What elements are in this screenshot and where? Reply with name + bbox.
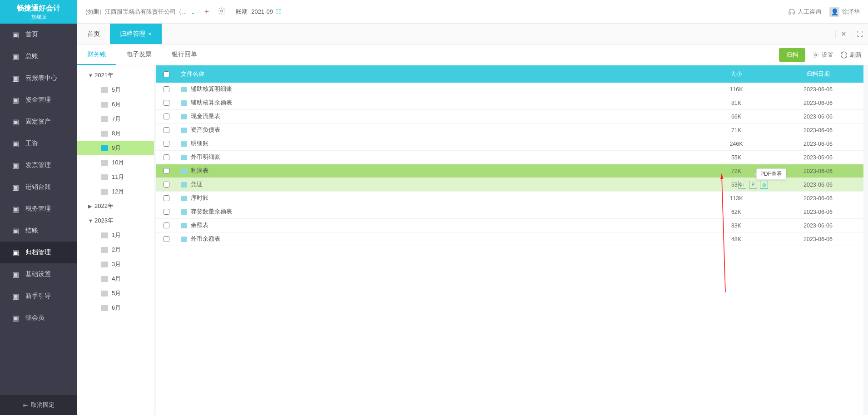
- folder-icon: [101, 276, 108, 282]
- table-row[interactable]: 辅助核算余额表 81K 2023-06-06: [156, 96, 863, 110]
- guide-icon: ▣: [11, 291, 20, 301]
- table-row[interactable]: 存货数量余额表 62K 2023-06-06: [156, 205, 863, 219]
- tree-month[interactable]: 9月: [77, 141, 154, 155]
- table-row[interactable]: 现金流量表 66K 2023-06-06: [156, 110, 863, 124]
- file-icon: [181, 141, 187, 147]
- tab-首页[interactable]: 首页: [77, 24, 110, 44]
- download-excel-icon[interactable]: x↓: [738, 181, 746, 189]
- file-icon: [181, 87, 187, 92]
- add-company-button[interactable]: ＋: [203, 7, 210, 16]
- support-link[interactable]: 人工咨询: [788, 8, 821, 16]
- user-menu[interactable]: 👤 徐泽华: [829, 7, 860, 17]
- tree-month[interactable]: 6月: [77, 301, 154, 315]
- row-checkbox[interactable]: [164, 182, 169, 188]
- nav-archive[interactable]: ▣归档管理: [0, 242, 77, 263]
- nav-wallet[interactable]: ▣资金管理: [0, 89, 77, 111]
- file-icon: [181, 128, 187, 133]
- period-value[interactable]: 2021-09: [251, 8, 273, 15]
- tree-year[interactable]: ▶2022年: [77, 199, 154, 213]
- tree-month[interactable]: 7月: [77, 112, 154, 126]
- tree-month[interactable]: 5月: [77, 83, 154, 97]
- tree-month[interactable]: 4月: [77, 272, 154, 286]
- tax-icon: ▣: [11, 204, 20, 213]
- subtab-电子发票[interactable]: 电子发票: [116, 44, 162, 65]
- table-row[interactable]: 凭证 x↓ P ◎ 53K 2023-06-06: [156, 178, 863, 192]
- refresh-link[interactable]: 刷新: [840, 51, 862, 59]
- tree-month[interactable]: 10月: [77, 155, 154, 170]
- col-date: 归档日期: [773, 70, 863, 78]
- file-name: 辅助核算余额表: [191, 99, 232, 107]
- period-label: 账期: [236, 8, 248, 16]
- nav-ledger[interactable]: ▣总账: [0, 45, 77, 67]
- svg-point-0: [221, 10, 223, 12]
- nav-guide[interactable]: ▣新手引导: [0, 285, 77, 307]
- select-all-checkbox[interactable]: [164, 71, 169, 77]
- tree-month[interactable]: 3月: [77, 257, 154, 272]
- tree-month[interactable]: 6月: [77, 97, 154, 112]
- company-settings-button[interactable]: [218, 7, 226, 17]
- table-row[interactable]: 外币余额表 48K 2023-06-06: [156, 232, 863, 246]
- tree-month[interactable]: 12月: [77, 184, 154, 199]
- row-checkbox[interactable]: [164, 209, 169, 215]
- nav-tax[interactable]: ▣税务管理: [0, 198, 77, 220]
- subtab-财务账[interactable]: 财务账: [77, 44, 116, 65]
- table-header: 文件名称 大小 归档日期: [156, 65, 863, 83]
- fullscreen-button[interactable]: ⛶: [852, 30, 868, 38]
- row-checkbox[interactable]: [164, 222, 169, 228]
- nav-chart[interactable]: ▣云报表中心: [0, 67, 77, 89]
- table-row[interactable]: 明细账 246K 2023-06-06: [156, 137, 863, 151]
- row-checkbox[interactable]: [164, 168, 169, 174]
- table-row[interactable]: 余额表 83K 2023-06-06: [156, 219, 863, 232]
- nav-invoice[interactable]: ▣发票管理: [0, 154, 77, 176]
- nav-settings[interactable]: ▣基础设置: [0, 263, 77, 285]
- tree-month[interactable]: 11月: [77, 170, 154, 184]
- row-checkbox[interactable]: [164, 114, 169, 119]
- nav-salary[interactable]: ▣工资: [0, 133, 77, 154]
- tree-year[interactable]: ▼2021年: [77, 68, 154, 83]
- file-size: 81K: [700, 100, 773, 106]
- tab-归档管理[interactable]: 归档管理×: [110, 24, 162, 44]
- table-row[interactable]: 辅助核算明细账 116K 2023-06-06: [156, 83, 863, 96]
- tree-month[interactable]: 2月: [77, 242, 154, 257]
- table-row[interactable]: 序时账 113K 2023-06-06: [156, 192, 863, 205]
- row-checkbox[interactable]: [164, 86, 169, 92]
- folder-icon: [101, 189, 108, 195]
- close-tab-button[interactable]: ✕: [835, 30, 852, 38]
- settings-link[interactable]: 设置: [812, 51, 833, 59]
- nav-home[interactable]: ▣首页: [0, 24, 77, 45]
- company-selector[interactable]: (勿删）江西服宝精品有限责任公司（... ⌄: [85, 8, 199, 16]
- download-pdf-icon[interactable]: P: [749, 181, 757, 189]
- nav-asset[interactable]: ▣固定资产: [0, 111, 77, 133]
- table-row[interactable]: 外币明细账 55K 2023-06-06: [156, 151, 863, 164]
- pdf-view-icon[interactable]: ◎: [760, 181, 768, 189]
- close-icon[interactable]: ×: [148, 30, 152, 37]
- table-row[interactable]: 资产负债表 71K 2023-06-06: [156, 124, 863, 137]
- sidebar-unpin[interactable]: ⇤ 取消固定: [0, 395, 77, 415]
- ledger-icon: ▣: [11, 52, 20, 61]
- tree-month[interactable]: 1月: [77, 228, 154, 242]
- archive-date: 2023-06-06: [773, 222, 863, 229]
- nav-close-book[interactable]: ▣结账: [0, 220, 77, 242]
- calendar-icon[interactable]: ☷: [276, 8, 282, 15]
- archive-date: 2023-06-06: [773, 127, 863, 133]
- home-icon: ▣: [11, 30, 20, 39]
- tree-year[interactable]: ▼2023年: [77, 213, 154, 228]
- row-checkbox[interactable]: [164, 195, 169, 201]
- row-checkbox[interactable]: [164, 141, 169, 147]
- nav-member[interactable]: ▣畅会员: [0, 307, 77, 329]
- row-checkbox[interactable]: [164, 100, 169, 106]
- tab-strip: 首页归档管理× ✕ ⛶: [77, 24, 868, 44]
- file-icon: [181, 209, 187, 215]
- row-checkbox[interactable]: [164, 127, 169, 133]
- row-actions: x↓ P ◎: [738, 181, 768, 189]
- archive-button[interactable]: 归档: [779, 48, 805, 62]
- subtab-银行回单[interactable]: 银行回单: [162, 44, 207, 65]
- row-checkbox[interactable]: [164, 236, 169, 242]
- row-checkbox[interactable]: [164, 154, 169, 160]
- tree-month[interactable]: 5月: [77, 286, 154, 301]
- tree-month[interactable]: 8月: [77, 126, 154, 141]
- file-icon: [181, 223, 187, 228]
- content: 财务账电子发票银行回单 归档 设置 刷新 ▼2021年5月6月7月8月9月10月…: [77, 44, 868, 415]
- nav-stock[interactable]: ▣进销台账: [0, 176, 77, 198]
- file-icon: [181, 196, 187, 201]
